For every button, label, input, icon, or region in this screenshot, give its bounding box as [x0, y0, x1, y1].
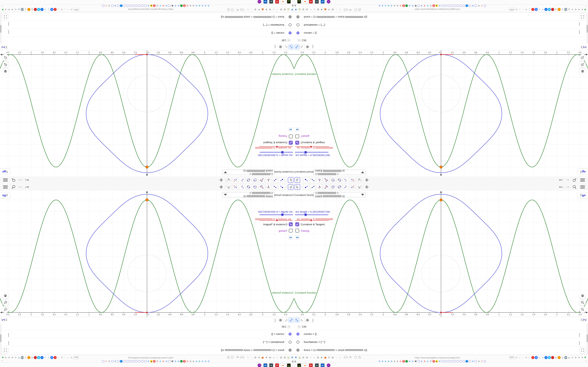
tool-slider-button[interactable]: a = 2	[226, 184, 231, 190]
download-icon[interactable]: ↓	[528, 356, 531, 359]
tab-google[interactable]: G	[204, 360, 207, 363]
tab-f[interactable]: f	[105, 4, 107, 7]
tab-google[interactable]: G	[207, 360, 210, 363]
tool-line-button[interactable]	[272, 177, 278, 183]
collapse-group-button[interactable]: –	[287, 39, 291, 42]
tab-octopus[interactable]	[180, 4, 183, 7]
chevron-up-icon[interactable]: ⌃	[1, 360, 3, 363]
tool-perpendicular-button[interactable]	[266, 177, 271, 183]
tab-yandex[interactable]: Я	[432, 4, 435, 7]
scrollbar-thumb[interactable]	[0, 25, 1, 33]
tab-geogebra[interactable]	[111, 4, 113, 7]
gear-icon[interactable]: ✳	[257, 8, 261, 11]
tool-reflect-button[interactable]	[232, 177, 238, 183]
tab-google[interactable]: G	[162, 360, 165, 363]
home-button[interactable]	[579, 68, 586, 75]
back-arrow-icon[interactable]	[235, 8, 239, 11]
search-button[interactable]	[572, 178, 577, 183]
tab-google[interactable]: G	[471, 360, 474, 363]
algebra-tree-button[interactable]	[294, 318, 299, 323]
tab-yandex[interactable]: Я	[402, 360, 405, 363]
tool-move-view-button[interactable]	[364, 177, 370, 183]
wrench-icon[interactable]: ✦	[8, 8, 11, 11]
tab-info[interactable]: ⓘ	[429, 4, 432, 7]
gauge-icon[interactable]: ◔	[309, 8, 312, 11]
algebra-row-funcnames[interactable]: funcNames = {" "}	[294, 338, 588, 346]
tool-perpendicular-button[interactable]	[317, 177, 322, 183]
redo-button[interactable]	[565, 184, 570, 189]
curvature-tangent-checkbox[interactable]	[295, 222, 299, 226]
app-settings-red[interactable]: ✳	[275, 363, 279, 367]
mouse-icon[interactable]: ▯	[538, 8, 541, 11]
star-icon[interactable]: ☆	[518, 356, 521, 359]
tab-photos[interactable]: ▲	[435, 4, 438, 7]
wrench-icon[interactable]: ✦	[577, 356, 580, 359]
wrench-icon[interactable]: ✦	[577, 8, 580, 11]
tool-point-button[interactable]: A	[279, 177, 284, 183]
back-arrow-icon[interactable]	[349, 8, 353, 11]
tool-angle-button[interactable]: α	[239, 184, 245, 190]
reload-icon[interactable]: ↻	[525, 356, 528, 359]
app-firefox[interactable]: ◉	[281, 0, 285, 4]
tab-photos[interactable]: ▲	[435, 360, 438, 363]
tab-google[interactable]: G	[381, 4, 384, 7]
arc-length-slider[interactable]	[295, 152, 329, 153]
pause-icon[interactable]: II	[292, 4, 294, 7]
redo-button[interactable]	[18, 178, 23, 183]
olive-circle-icon[interactable]: ◎	[287, 8, 290, 11]
pause-icon[interactable]: II	[294, 4, 296, 7]
tab-geogebra[interactable]	[456, 360, 459, 363]
chevron-down-icon[interactable]	[224, 194, 227, 196]
firefox-icon[interactable]: ◉	[324, 8, 327, 11]
forward-icon[interactable]: →	[63, 8, 67, 11]
chevron-up-icon[interactable]: ⌃	[585, 360, 587, 363]
tab-bubble[interactable]	[120, 4, 122, 7]
wrench-icon[interactable]: ✦	[320, 356, 323, 359]
visibility-toggle[interactable]	[289, 15, 292, 18]
step-forward-button[interactable]	[295, 127, 299, 132]
tab-google[interactable]: G	[162, 4, 165, 7]
globe-icon[interactable]: ⊕	[254, 356, 257, 359]
plus-icon[interactable]: +	[40, 356, 43, 359]
graphics-view[interactable]: -2.4-2.2-2-1.8-1.6-1.4-1.2-1-0.8-0.6-0.4…	[294, 191, 588, 317]
tracing-checkbox[interactable]	[289, 134, 293, 138]
tab-gear[interactable]: ✳	[108, 360, 110, 363]
algebra-row-funcs[interactable]: funcs = {1.000000000000 + cos(4.00000000…	[294, 13, 588, 21]
tab-geogebra[interactable]	[132, 360, 135, 363]
trash2-icon[interactable]: ▯	[24, 356, 27, 359]
back-arrow-icon[interactable]	[349, 356, 353, 359]
funnel-icon[interactable]: ▼	[290, 356, 294, 359]
orange-point[interactable]	[146, 166, 148, 168]
tab-wikipedia[interactable]: W	[414, 360, 417, 363]
globe-icon[interactable]: ⊕	[14, 8, 17, 11]
share-icon[interactable]	[27, 356, 30, 359]
tab-geogebra[interactable]	[132, 4, 135, 7]
tab-google[interactable]: G	[420, 360, 423, 363]
tab-geogebra[interactable]	[138, 4, 140, 7]
reload-icon[interactable]: ↻	[525, 8, 528, 11]
app-terminal[interactable]: ▂	[286, 363, 291, 367]
tracing-checkbox[interactable]	[289, 229, 293, 233]
tab-f[interactable]: f	[105, 360, 107, 363]
shield-down-icon[interactable]: ▾	[548, 356, 551, 359]
tab-gear[interactable]: ✳	[108, 4, 110, 7]
mouse-icon[interactable]: ▯	[47, 8, 50, 11]
ghost-icon[interactable]: ○	[250, 356, 253, 359]
share-icon[interactable]	[558, 356, 561, 359]
lock-icon[interactable]	[226, 8, 230, 11]
arc-position-slider[interactable]	[295, 146, 329, 147]
search-button[interactable]	[572, 184, 577, 189]
zoom-level-badge[interactable]: 81%	[509, 8, 515, 11]
algebra-row-curves[interactable]: curves = {}	[294, 29, 588, 37]
tab-globe[interactable]: ⊕	[201, 4, 204, 7]
forward-icon[interactable]: →	[521, 8, 525, 11]
tab-geogebra[interactable]	[441, 4, 444, 7]
orange-point[interactable]	[440, 199, 442, 201]
zoom-level-badge[interactable]: 81%	[73, 8, 79, 11]
tab-geogebra[interactable]	[123, 360, 125, 363]
shield-icon[interactable]	[230, 8, 234, 11]
app-avatar[interactable]: ◠	[326, 0, 331, 4]
globe-icon[interactable]: ⊕	[268, 356, 272, 359]
tab-geogebra[interactable]	[117, 360, 120, 363]
shield-icon[interactable]: ▲	[17, 8, 20, 11]
